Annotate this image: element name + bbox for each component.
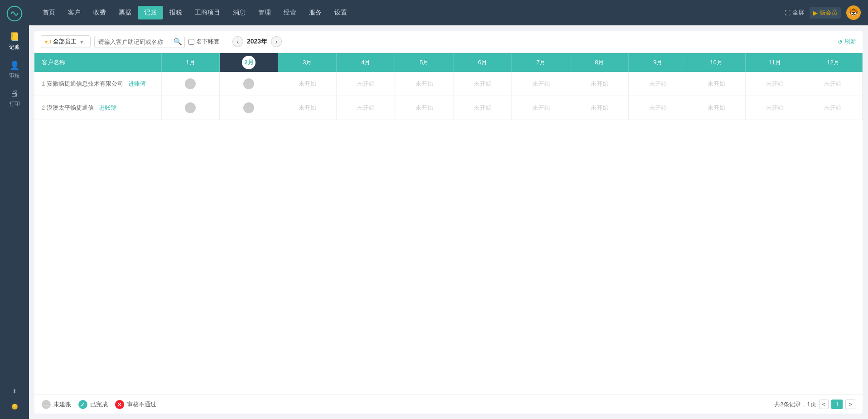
cell-month-9: 未开始: [629, 72, 687, 96]
prev-year-button[interactable]: ‹: [232, 36, 243, 47]
status-not-started-text: 未开始: [532, 104, 550, 111]
year-label: 2023年: [247, 38, 267, 46]
status-not-started-text: 未开始: [474, 104, 492, 111]
nav-business[interactable]: 工商项目: [188, 6, 227, 19]
cell-month-1: —: [161, 96, 220, 120]
audit-icon: 👤: [10, 60, 19, 70]
nav-home[interactable]: 首页: [36, 6, 62, 19]
status-not-started-text: 未开始: [591, 80, 608, 87]
client-name-text: 安徽畅捷通信息技术有限公司: [47, 80, 123, 87]
cell-month-12: 未开始: [804, 72, 862, 96]
content-area: 🏷 全部员工 ▾ 🔍 名下账套 ‹ 2023年 ›: [29, 25, 868, 419]
sidebar-item-print[interactable]: 🖨 打印: [0, 84, 29, 112]
cell-month-4: 未开始: [337, 96, 395, 120]
accounting-icon: 📒: [10, 32, 19, 42]
status-not-started-text: 未开始: [415, 80, 433, 87]
col-may: 5月: [395, 53, 453, 72]
nav-message[interactable]: 消息: [227, 6, 252, 19]
cell-month-2: —: [220, 96, 278, 120]
cell-month-6: 未开始: [453, 96, 512, 120]
nav-billing[interactable]: 收费: [87, 6, 112, 19]
sidebar-download[interactable]: ⬇: [0, 385, 29, 398]
nav-ledger[interactable]: 记账: [138, 6, 163, 19]
enter-ledger-link[interactable]: 进账簿: [99, 104, 116, 111]
col-jun: 6月: [453, 53, 512, 72]
ledger-table: 客户名称 1月 2月 3月 4月 5月 6月 7月 8月 9月: [34, 53, 863, 120]
status-not-started-text: 未开始: [824, 104, 842, 111]
table-wrap: 客户名称 1月 2月 3月 4月 5月 6月 7月 8月 9月: [34, 53, 863, 395]
nav-invoice[interactable]: 票据: [112, 6, 138, 19]
cell-month-3: 未开始: [278, 96, 337, 120]
search-input[interactable]: [94, 36, 185, 48]
sidebar-item-accounting[interactable]: 📒 记账: [0, 27, 29, 56]
cell-month-8: 未开始: [570, 72, 629, 96]
cell-month-7: 未开始: [512, 96, 570, 120]
year-nav: ‹ 2023年 ›: [232, 36, 282, 47]
status-not-started-text: 未开始: [474, 80, 492, 87]
subsidiary-checkbox[interactable]: [188, 39, 194, 45]
next-year-button[interactable]: ›: [271, 36, 282, 47]
cell-month-4: 未开始: [337, 72, 395, 96]
fullscreen-button[interactable]: ⛶ 全屏: [785, 9, 804, 17]
subsidiary-filter[interactable]: 名下账套: [188, 38, 220, 46]
sidebar-bottom: ⬇ 😊: [0, 385, 29, 419]
legend-dot-teal: ✓: [78, 400, 87, 409]
status-not-started-text: 未开始: [299, 104, 316, 111]
status-not-started-text: 未开始: [357, 80, 375, 87]
col-jan: 1月: [161, 53, 220, 72]
search-button[interactable]: 🔍: [174, 38, 182, 46]
cell-month-11: 未开始: [746, 96, 804, 120]
status-not-started-text: 未开始: [766, 104, 784, 111]
nav-tax[interactable]: 报税: [163, 6, 188, 19]
col-aug: 8月: [570, 53, 629, 72]
vip-label: 畅会员: [820, 9, 837, 17]
fullscreen-icon: ⛶: [785, 10, 791, 16]
vip-icon: ▶: [813, 10, 818, 16]
vip-button[interactable]: ▶ 畅会员: [810, 7, 841, 19]
legend-dot-red: ✕: [115, 400, 124, 409]
cell-month-7: 未开始: [512, 72, 570, 96]
download-icon: ⬇: [12, 388, 17, 395]
col-jul: 7月: [512, 53, 570, 72]
cell-month-6: 未开始: [453, 72, 512, 96]
user-avatar[interactable]: 🐯: [846, 5, 861, 20]
cell-month-9: 未开始: [629, 96, 687, 120]
nav-operation[interactable]: 经营: [277, 6, 303, 19]
nav-client[interactable]: 客户: [62, 6, 87, 19]
page-1-button[interactable]: 1: [831, 400, 843, 409]
col-feb: 2月: [220, 53, 278, 72]
status-not-started-text: 未开始: [649, 80, 667, 87]
enter-ledger-link[interactable]: 进账簿: [128, 80, 146, 87]
sidebar-support[interactable]: 😊: [0, 400, 29, 414]
employee-filter[interactable]: 🏷 全部员工 ▾: [41, 35, 91, 48]
refresh-button[interactable]: ↺ 刷新: [838, 38, 856, 46]
toolbar: 🏷 全部员工 ▾ 🔍 名下账套 ‹ 2023年 ›: [34, 31, 863, 53]
legend-not-started-label: 未建账: [53, 400, 71, 409]
nav-manage[interactable]: 管理: [252, 6, 277, 19]
dropdown-arrow-icon: ▾: [80, 39, 83, 45]
search-wrap: 🔍: [94, 36, 185, 48]
cell-month-2: —: [220, 72, 278, 96]
pagination: 共2条记录，1页 < 1 >: [774, 400, 855, 409]
employee-filter-label: 全部员工: [53, 38, 77, 46]
status-not-started-text: 未开始: [766, 80, 784, 87]
next-page-button[interactable]: >: [845, 400, 855, 409]
prev-page-button[interactable]: <: [819, 400, 829, 409]
cell-month-8: 未开始: [570, 96, 629, 120]
client-name-text: 漠澳太平畅捷通信: [47, 104, 94, 111]
status-not-started-text: 未开始: [649, 104, 667, 111]
sidebar-item-audit[interactable]: 👤 审核: [0, 56, 29, 84]
legend-not-started: — 未建账: [42, 400, 71, 409]
topnav-right: ⛶ 全屏 ▶ 畅会员 🐯: [785, 5, 868, 20]
cell-month-11: 未开始: [746, 72, 804, 96]
cell-client-name: 1 安徽畅捷通信息技术有限公司 进账簿: [34, 72, 161, 96]
nav-service[interactable]: 服务: [303, 6, 328, 19]
sidebar-logo: [0, 0, 29, 27]
cell-month-10: 未开始: [687, 96, 746, 120]
nav-settings[interactable]: 设置: [328, 6, 353, 19]
table-row: 1 安徽畅捷通信息技术有限公司 进账簿——未开始未开始未开始未开始未开始未开始未…: [34, 72, 863, 96]
tag-icon: 🏷: [45, 38, 51, 45]
cell-month-5: 未开始: [395, 72, 453, 96]
pagination-summary: 共2条记录，1页: [774, 400, 816, 409]
col-client-name: 客户名称: [34, 53, 161, 72]
